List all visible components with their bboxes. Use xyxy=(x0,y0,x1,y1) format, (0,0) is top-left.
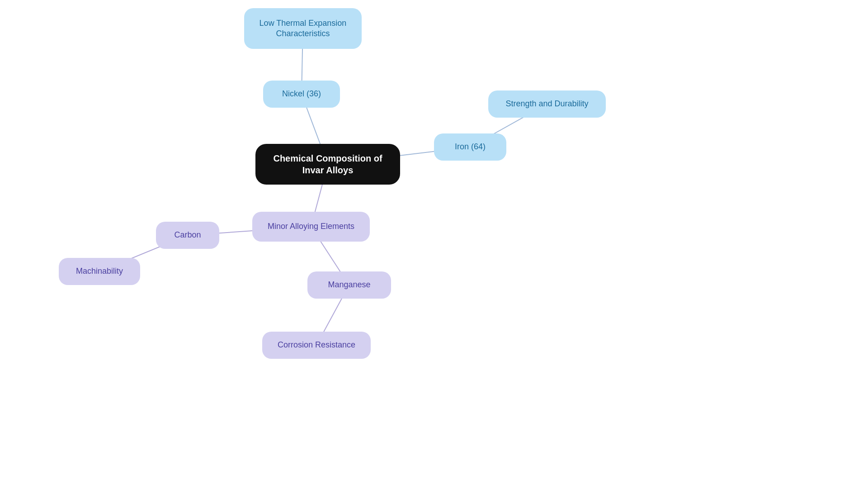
strength-node: Strength and Durability xyxy=(488,90,606,118)
machinability-node: Machinability xyxy=(59,258,140,285)
carbon-label: Carbon xyxy=(174,230,201,240)
manganese-label: Manganese xyxy=(328,280,370,290)
manganese-node: Manganese xyxy=(307,271,391,299)
minor-alloying-node: Minor Alloying Elements xyxy=(252,212,370,242)
low-thermal-label: Low Thermal Expansion Characteristics xyxy=(255,18,351,39)
strength-label: Strength and Durability xyxy=(505,99,588,109)
carbon-node: Carbon xyxy=(156,222,219,249)
center-node: Chemical Composition of Invar Alloys xyxy=(255,144,400,185)
iron-node: Iron (64) xyxy=(434,133,506,161)
nickel-label: Nickel (36) xyxy=(282,89,321,99)
nickel-node: Nickel (36) xyxy=(263,81,340,108)
corrosion-label: Corrosion Resistance xyxy=(278,340,355,350)
low-thermal-node: Low Thermal Expansion Characteristics xyxy=(244,8,362,49)
iron-label: Iron (64) xyxy=(455,142,486,152)
center-label: Chemical Composition of Invar Alloys xyxy=(266,152,389,176)
machinability-label: Machinability xyxy=(76,266,123,276)
minor-alloying-label: Minor Alloying Elements xyxy=(268,221,354,232)
corrosion-node: Corrosion Resistance xyxy=(262,332,371,359)
